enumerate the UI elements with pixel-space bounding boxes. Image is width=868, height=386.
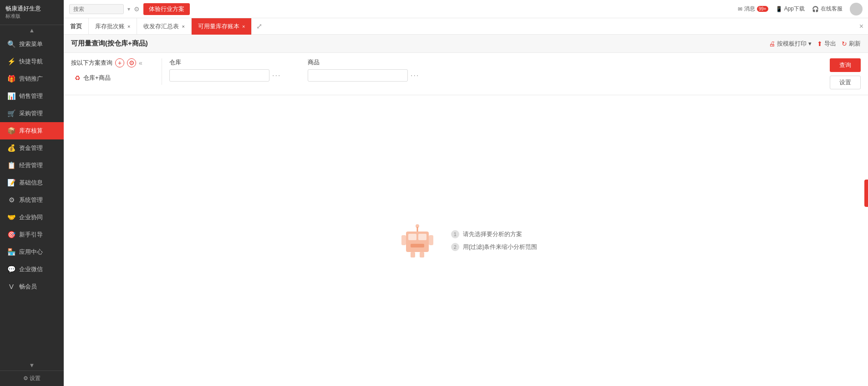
right-scrollbar[interactable] <box>864 180 868 207</box>
sidebar-item-1[interactable]: ⚡快捷导航 <box>0 53 64 70</box>
sidebar-item-0[interactable]: 🔍搜索菜单 <box>0 36 64 53</box>
sidebar-item-10[interactable]: 🤝企业协同 <box>0 209 64 226</box>
hint-num-1: 1 <box>451 230 459 238</box>
tab-summary[interactable]: 收发存汇总表 × <box>137 18 191 35</box>
hint-num-2: 2 <box>451 243 459 251</box>
search-input[interactable] <box>69 4 124 14</box>
online-service-group[interactable]: 🎧 在线客服 <box>812 5 843 13</box>
add-scheme-btn[interactable]: + <box>115 58 124 67</box>
message-badge: 99+ <box>757 6 768 12</box>
app-download-label: App下载 <box>784 5 805 13</box>
tab-home-label: 首页 <box>70 22 82 31</box>
sidebar-icon-10: 🤝 <box>7 213 15 221</box>
warehouse-label: 仓库 <box>169 58 297 67</box>
sidebar-item-9[interactable]: ⚙系统管理 <box>0 191 64 209</box>
message-group[interactable]: ✉ 消息 99+ <box>738 5 768 13</box>
empty-illustration <box>395 218 440 263</box>
warehouse-input[interactable] <box>169 69 269 82</box>
page-title: 可用量查询(按仓库+商品) <box>71 39 148 48</box>
refresh-btn[interactable]: ↻ 刷新 <box>842 40 861 48</box>
gear-icon[interactable]: ⚙ <box>134 5 140 13</box>
sidebar-label-3: 销售管理 <box>19 92 43 100</box>
sidebar-item-4[interactable]: 🛒采购管理 <box>0 105 64 122</box>
scheme-item-warehouse-goods[interactable]: ♻ 仓库+商品 <box>71 71 156 85</box>
settings-scheme-btn[interactable]: ⚙ <box>127 58 136 67</box>
message-icon: ✉ <box>738 6 742 12</box>
sidebar-nav: 🔍搜索菜单⚡快捷导航🎁营销推广📊销售管理🛒采购管理📦库存核算💰资金管理📋经营管理… <box>0 36 64 360</box>
sidebar-item-8[interactable]: 📝基础信息 <box>0 174 64 191</box>
sidebar-item-3[interactable]: 📊销售管理 <box>0 87 64 105</box>
setting-button[interactable]: 设置 <box>830 76 861 89</box>
warehouse-more-icon[interactable]: ··· <box>272 72 281 80</box>
sidebar-item-11[interactable]: 🎯新手引导 <box>0 226 64 243</box>
scheme-title: 按以下方案查询 <box>71 59 112 67</box>
action-right: 查询 设置 <box>822 58 861 89</box>
sidebar-icon-8: 📝 <box>7 179 15 187</box>
content-area: 可用量查询(按仓库+商品) 🖨 按模板打印 ▾ ⬆ 导出 ↻ 刷新 <box>64 35 868 386</box>
print-btn[interactable]: 🖨 按模板打印 ▾ <box>769 40 812 48</box>
sidebar-item-14[interactable]: V畅会员 <box>0 278 64 295</box>
close-window-icon[interactable]: × <box>855 22 868 31</box>
empty-area: 1 请先选择要分析的方案 2 用[过滤]条件来缩小分析范围 <box>64 95 868 386</box>
refresh-label: 刷新 <box>849 40 861 48</box>
brand-area: 畅康通好生意 标准版 <box>0 0 64 25</box>
collapse-scheme-icon[interactable]: « <box>139 59 142 67</box>
close-tab-inventory-batch[interactable]: × <box>127 24 130 29</box>
filter-area: 仓库 ··· 商品 ··· 查询 设置 <box>162 58 861 89</box>
expand-icon[interactable]: ⤢ <box>252 22 267 31</box>
sidebar-label-5: 库存核算 <box>19 127 43 135</box>
sidebar-icon-0: 🔍 <box>7 40 15 48</box>
close-tab-available-qty[interactable]: × <box>242 24 245 29</box>
tab-available-qty[interactable]: 可用量库存账本 × <box>192 18 252 35</box>
sidebar-label-2: 营销推广 <box>19 75 43 83</box>
export-btn[interactable]: ⬆ 导出 <box>817 40 836 48</box>
sidebar-icon-12: 🏪 <box>7 248 15 256</box>
user-avatar[interactable] <box>850 3 863 15</box>
hint-text-2: 用[过滤]条件来缩小分析范围 <box>463 243 537 251</box>
scroll-up-btn[interactable]: ▲ <box>0 25 64 36</box>
sidebar-label-10: 企业协同 <box>19 213 43 221</box>
query-button[interactable]: 查询 <box>830 58 861 72</box>
sidebar-item-6[interactable]: 💰资金管理 <box>0 139 64 157</box>
tab-home[interactable]: 首页 <box>64 18 89 35</box>
page-actions: 🖨 按模板打印 ▾ ⬆ 导出 ↻ 刷新 <box>769 40 861 48</box>
svg-point-9 <box>416 224 419 228</box>
scheme-item-icon: ♻ <box>75 74 81 82</box>
page-header: 可用量查询(按仓库+商品) 🖨 按模板打印 ▾ ⬆ 导出 ↻ 刷新 <box>64 35 868 53</box>
main-area: ▾ ⚙ 体验行业方案 ✉ 消息 99+ 📱 App下载 🎧 在线客服 首页 <box>64 0 868 386</box>
brand-name: 畅康通好生意 <box>5 5 58 13</box>
online-service-label: 在线客服 <box>821 5 843 13</box>
trial-button[interactable]: 体验行业方案 <box>143 3 190 15</box>
hint-text-1: 请先选择要分析的方案 <box>463 230 522 238</box>
sidebar-icon-7: 📋 <box>7 161 15 170</box>
sidebar-item-7[interactable]: 📋经营管理 <box>0 157 64 174</box>
scroll-down-btn[interactable]: ▼ <box>0 360 64 371</box>
sidebar-item-13[interactable]: 💬企业微信 <box>0 261 64 278</box>
topbar-right: ✉ 消息 99+ 📱 App下载 🎧 在线客服 <box>738 3 863 15</box>
app-download-group[interactable]: 📱 App下载 <box>776 5 805 13</box>
goods-more-icon[interactable]: ··· <box>411 72 419 80</box>
sidebar-item-12[interactable]: 🏪应用中心 <box>0 243 64 261</box>
print-label: 按模板打印 <box>777 40 807 48</box>
sidebar-item-2[interactable]: 🎁营销推广 <box>0 70 64 87</box>
goods-input[interactable] <box>308 69 408 82</box>
export-label: 导出 <box>824 40 836 48</box>
tabbar: 首页 库存批次账 × 收发存汇总表 × 可用量库存账本 × ⤢ × <box>64 18 868 35</box>
svg-rect-2 <box>418 234 426 240</box>
sidebar-label-6: 资金管理 <box>19 144 43 152</box>
svg-rect-4 <box>401 235 406 245</box>
tab-summary-label: 收发存汇总表 <box>143 22 179 31</box>
sidebar-label-11: 新手引导 <box>19 231 43 239</box>
sidebar-icon-9: ⚙ <box>7 196 15 204</box>
sidebar-item-5[interactable]: 📦库存核算 <box>0 122 64 139</box>
scheme-item-label: 仓库+商品 <box>83 74 111 82</box>
sidebar-label-14: 畅会员 <box>19 283 37 291</box>
tab-available-qty-label: 可用量库存账本 <box>198 22 239 31</box>
chevron-down-icon[interactable]: ▾ <box>127 6 130 12</box>
sidebar-icon-5: 📦 <box>7 127 15 135</box>
close-tab-summary[interactable]: × <box>182 24 184 29</box>
tab-inventory-batch[interactable]: 库存批次账 × <box>89 18 137 35</box>
sidebar-icon-13: 💬 <box>7 265 15 273</box>
sidebar-label-1: 快捷导航 <box>19 57 43 66</box>
sidebar-label-4: 采购管理 <box>19 109 43 118</box>
